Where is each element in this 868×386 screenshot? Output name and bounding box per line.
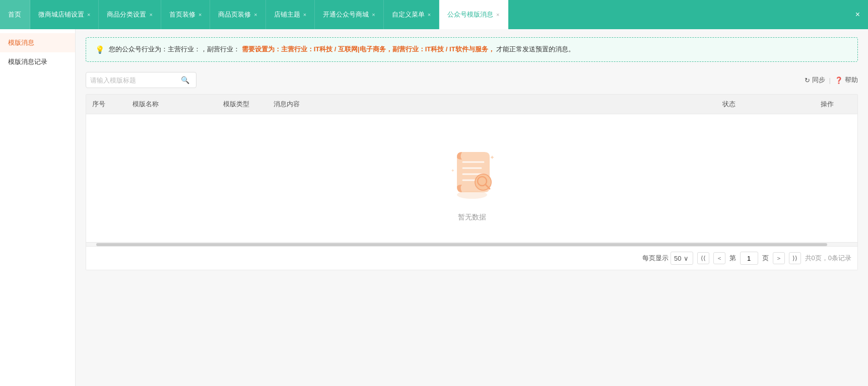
empty-state: ✦ ✦ 暂无数据 (86, 114, 857, 242)
sidebar-item-template-msg[interactable]: 模版消息 (0, 33, 75, 52)
notice-text: 您的公众号行业为：主营行业：，副营行业： 需要设置为：主营行业：IT科技 / 互… (109, 45, 575, 54)
th-name: 模版名称 (126, 95, 217, 114)
nav-close-all-button[interactable]: × (847, 0, 868, 29)
nav-tab-product-decor-close[interactable]: × (254, 12, 257, 18)
help-button[interactable]: ❓ 帮助 (835, 75, 858, 85)
nav-tab-custom-menu-label: 自定义菜单 (392, 10, 425, 19)
sync-label: 同步 (812, 75, 825, 85)
top-nav: 首页 微商城店铺设置 × 商品分类设置 × 首页装修 × 商品页装修 × 店铺主… (0, 0, 868, 29)
nav-tab-product-decor-label: 商品页装修 (218, 10, 251, 19)
pagination: 每页显示 50 ∨ ⟨⟨ ＜ 第 页 ＞ ⟩⟩ 共0页，0条记录 (86, 246, 857, 270)
page-size-dropdown[interactable]: 50 ∨ (671, 252, 693, 265)
page-first-button[interactable]: ⟨⟨ (697, 252, 709, 264)
nav-tab-store-setting-label: 微商城店铺设置 (38, 10, 84, 19)
page-size-select: 每页显示 50 ∨ (642, 252, 693, 265)
page-unit-label: 页 (762, 254, 769, 263)
pagination-total: 共0页，0条记录 (805, 254, 851, 263)
th-status: 状态 (716, 95, 797, 114)
page-prev-button[interactable]: ＜ (713, 252, 725, 264)
sidebar: 模版消息 模版消息记录 (0, 29, 76, 386)
th-seq: 序号 (86, 95, 126, 114)
nav-tab-template-message-label: 公众号模版消息 (447, 10, 493, 19)
nav-tab-home-decor-label: 首页装修 (169, 10, 195, 19)
search-icon[interactable]: 🔍 (181, 76, 189, 84)
page-size-label: 每页显示 (642, 254, 669, 263)
nav-tab-category-label: 商品分类设置 (107, 10, 146, 19)
table-header: 序号 模版名称 模版类型 消息内容 状态 操作 (86, 95, 857, 114)
toolbar-divider: | (829, 76, 831, 84)
nav-tab-open-wechat-close[interactable]: × (372, 12, 375, 18)
nav-tab-store-theme-close[interactable]: × (303, 12, 306, 18)
nav-tab-product-decor[interactable]: 商品页装修 × (210, 0, 265, 29)
svg-text:✦: ✦ (451, 168, 455, 173)
page-size-value: 50 (674, 255, 681, 262)
nav-tab-home[interactable]: 首页 (0, 0, 30, 29)
empty-text: 暂无数据 (458, 213, 486, 222)
data-table: 序号 模版名称 模版类型 消息内容 状态 操作 (86, 94, 858, 270)
page-last-button[interactable]: ⟩⟩ (789, 252, 801, 264)
nav-tab-open-wechat-store[interactable]: 开通公众号商城 × (315, 0, 383, 29)
nav-tab-category-setting[interactable]: 商品分类设置 × (99, 0, 161, 29)
nav-tab-category-close[interactable]: × (149, 12, 152, 18)
scrollbar-thumb[interactable] (96, 243, 827, 246)
help-icon: ❓ (835, 76, 843, 84)
page-number-input[interactable] (740, 252, 758, 265)
chevron-down-icon: ∨ (684, 255, 689, 262)
th-type: 模版类型 (217, 95, 268, 114)
content-area: 💡 您的公众号行业为：主营行业：，副营行业： 需要设置为：主营行业：IT科技 /… (76, 29, 868, 386)
toolbar-right: ↻ 同步 | ❓ 帮助 (805, 75, 858, 85)
nav-tab-template-message[interactable]: 公众号模版消息 × (439, 0, 508, 29)
sync-button[interactable]: ↻ 同步 (805, 75, 825, 85)
sync-icon: ↻ (805, 76, 810, 84)
nav-tab-home-decor-close[interactable]: × (198, 12, 202, 18)
sidebar-item-template-msg-record-label: 模版消息记录 (8, 58, 47, 65)
search-input[interactable] (90, 76, 181, 84)
th-content: 消息内容 (268, 95, 716, 114)
toolbar: 🔍 ↻ 同步 | ❓ 帮助 (86, 72, 858, 88)
nav-tab-custom-menu[interactable]: 自定义菜单 × (384, 0, 439, 29)
th-action: 操作 (797, 95, 857, 114)
main-layout: 模版消息 模版消息记录 💡 您的公众号行业为：主营行业：，副营行业： 需要设置为… (0, 29, 868, 386)
nav-tab-open-wechat-label: 开通公众号商城 (323, 10, 369, 19)
nav-tab-home-label: 首页 (8, 10, 21, 19)
nav-tab-store-setting-close[interactable]: × (87, 12, 90, 18)
nav-tab-store-setting[interactable]: 微商城店铺设置 × (30, 0, 99, 29)
nav-tab-custom-menu-close[interactable]: × (428, 12, 431, 18)
nav-tab-store-theme[interactable]: 店铺主题 × (266, 0, 315, 29)
current-page-label: 第 (729, 254, 736, 263)
nav-tab-home-decor[interactable]: 首页装修 × (161, 0, 210, 29)
empty-illustration: ✦ ✦ (442, 144, 502, 205)
horizontal-scrollbar[interactable] (86, 242, 857, 246)
lightbulb-icon: 💡 (95, 45, 105, 54)
search-box: 🔍 (86, 72, 196, 88)
notice-box: 💡 您的公众号行业为：主营行业：，副营行业： 需要设置为：主营行业：IT科技 /… (86, 37, 858, 62)
notice-highlight: 需要设置为：主营行业：IT科技 / 互联网|电子商务，副营行业：IT科技 / I… (242, 45, 495, 53)
sidebar-item-template-msg-record[interactable]: 模版消息记录 (0, 52, 75, 71)
nav-tab-store-theme-label: 店铺主题 (274, 10, 300, 19)
nav-tab-template-message-close[interactable]: × (496, 12, 499, 18)
page-next-button[interactable]: ＞ (773, 252, 785, 264)
sidebar-item-template-msg-label: 模版消息 (8, 39, 34, 46)
help-label: 帮助 (845, 75, 858, 85)
svg-text:✦: ✦ (490, 154, 495, 161)
